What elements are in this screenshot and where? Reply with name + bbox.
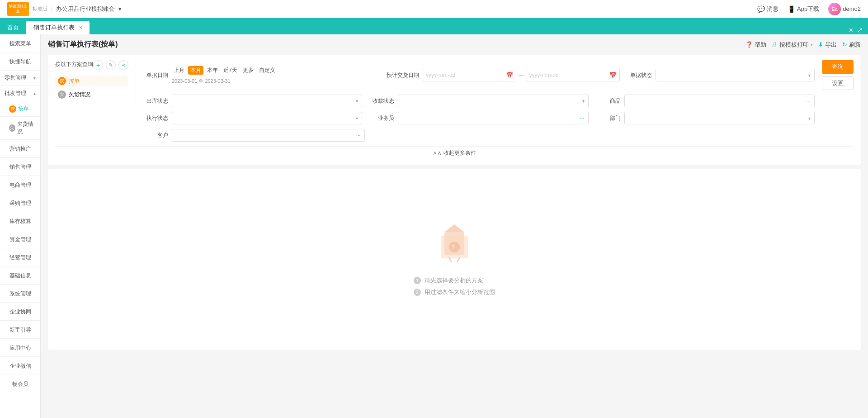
message-label: 消息 bbox=[767, 5, 778, 13]
customer-input[interactable]: ··· bbox=[172, 129, 365, 142]
date-tab-this-year[interactable]: 本年 bbox=[205, 66, 220, 75]
export-btn[interactable]: ⬇ 导出 bbox=[818, 41, 837, 49]
scheme-item-debt[interactable]: 欠 欠货情况 bbox=[55, 89, 128, 100]
scheme-debt-label: 欠货情况 bbox=[69, 91, 90, 99]
tip-num-2: 2 bbox=[414, 289, 421, 296]
salesperson-input[interactable]: ··· bbox=[398, 112, 588, 124]
message-btn[interactable]: 💬 消息 bbox=[757, 5, 778, 13]
sidebar-member-label: 畅会员 bbox=[2, 380, 38, 388]
tip-num-1: 1 bbox=[414, 277, 421, 284]
date-separator: — bbox=[518, 72, 524, 79]
sidebar-item-cooperation[interactable]: 企业协同 bbox=[0, 303, 40, 321]
payment-status-select[interactable]: ▾ bbox=[398, 95, 588, 107]
execution-status-select[interactable]: ▾ bbox=[172, 112, 362, 124]
tab-close-icon[interactable]: × bbox=[79, 24, 82, 31]
sidebar-item-member[interactable]: 畅会员 bbox=[0, 375, 40, 393]
help-icon: ❓ bbox=[745, 41, 753, 48]
app-download-btn[interactable]: 📱 App下载 bbox=[788, 5, 819, 13]
date-tab-custom[interactable]: 自定义 bbox=[257, 66, 277, 75]
sidebar-item-marketing[interactable]: 营销推广 bbox=[0, 140, 40, 158]
payment-status-label: 收款状态 bbox=[369, 97, 394, 105]
app-dropdown[interactable]: ▾ bbox=[118, 5, 122, 12]
sidebar-item-capital[interactable]: 资金管理 bbox=[0, 230, 40, 248]
page-actions: ❓ 帮助 🖨 按模板打印 ▾ ⬇ 导出 ↻ 刷新 bbox=[745, 41, 861, 49]
date-range-display: 2023-03-01 至 2023-03-31 bbox=[172, 78, 378, 85]
filter-row-3: 执行状态 ▾ 业务员 ··· bbox=[143, 112, 854, 124]
collapse-row[interactable]: ∧∧ 收起更多条件 bbox=[55, 146, 854, 160]
salesperson-field: 业务员 ··· bbox=[369, 112, 588, 124]
settings-button[interactable]: 设置 bbox=[822, 76, 854, 90]
print-btn[interactable]: 🖨 按模板打印 ▾ bbox=[772, 41, 813, 49]
scheme-edit-btn[interactable]: ✎ bbox=[106, 60, 116, 70]
empty-tips: 1 请先选择要分析的方案 2 用过滤条件来缩小分析范围 bbox=[414, 276, 495, 296]
execution-status-label: 执行状态 bbox=[143, 114, 168, 122]
calendar-start-icon: 📅 bbox=[506, 72, 513, 79]
plus-icon: + bbox=[96, 62, 100, 69]
sidebar-retail-label: 零售管理 bbox=[5, 74, 26, 82]
sidebar-item-search[interactable]: 搜索菜单 bbox=[0, 34, 40, 52]
sidebar-item-wechat[interactable]: 企业微信 bbox=[0, 357, 40, 375]
date-tab-more[interactable]: 更多 bbox=[241, 66, 255, 75]
print-dropdown-icon: ▾ bbox=[811, 42, 813, 47]
app-download-label: App下载 bbox=[797, 5, 819, 13]
refresh-btn[interactable]: ↻ 刷新 bbox=[842, 41, 861, 49]
scheme-by-order-icon: 按 bbox=[58, 77, 66, 85]
date-end-input[interactable]: yyyy-mm-dd 📅 bbox=[526, 69, 619, 81]
scheme-item-by-order[interactable]: 按 按单 bbox=[55, 76, 128, 86]
sidebar-item-guide[interactable]: 新手引导 bbox=[0, 321, 40, 339]
expected-delivery-label: 预计交货日期 bbox=[385, 71, 419, 79]
date-tab-7days[interactable]: 近7天 bbox=[222, 66, 239, 75]
sidebar-item-basic[interactable]: 基础信息 bbox=[0, 266, 40, 285]
goods-field: 商品 ··· bbox=[596, 95, 815, 107]
sidebar-item-app-center[interactable]: 应用中心 bbox=[0, 339, 40, 357]
scheme-debt-icon: 欠 bbox=[58, 90, 66, 99]
sidebar-purchase-label: 采购管理 bbox=[2, 200, 38, 207]
tab-sales-order[interactable]: 销售订单执行表 × bbox=[26, 21, 90, 34]
order-status-arrow-icon: ▾ bbox=[808, 73, 811, 78]
sidebar-item-operation[interactable]: 经营管理 bbox=[0, 248, 40, 266]
order-status-select[interactable]: ▾ bbox=[656, 69, 815, 81]
sidebar: 搜索菜单 快捷导航 零售管理 ▾ 批发管理 ▴ 按 按单 欠 欠货情况 营销推 bbox=[0, 34, 41, 418]
user-name: demo2 bbox=[843, 5, 861, 12]
query-button[interactable]: 查询 bbox=[822, 60, 854, 74]
date-field: 单据日期 上月 本月 本年 近7天 更多 自定义 bbox=[143, 66, 378, 85]
delivery-status-select[interactable]: ▾ bbox=[172, 95, 362, 107]
avatar: Ea bbox=[828, 3, 841, 15]
tab-close-window-icon[interactable]: × bbox=[849, 26, 853, 34]
tab-home[interactable]: 首页 bbox=[0, 21, 26, 34]
sidebar-wholesale-label: 批发管理 bbox=[5, 90, 26, 97]
execution-status-arrow: ▾ bbox=[356, 116, 358, 121]
date-field-label: 单据日期 bbox=[143, 71, 168, 79]
sidebar-item-ecommerce[interactable]: 电商管理 bbox=[0, 176, 40, 194]
goods-label: 商品 bbox=[596, 97, 621, 105]
date-tab-last-month[interactable]: 上月 bbox=[172, 66, 186, 75]
svg-text:?: ? bbox=[452, 244, 455, 251]
user-info[interactable]: Ea demo2 bbox=[828, 3, 861, 15]
empty-tip-2: 2 用过滤条件来缩小分析范围 bbox=[414, 288, 495, 296]
sidebar-item-retail[interactable]: 零售管理 ▾ bbox=[0, 71, 40, 86]
sidebar-item-wholesale[interactable]: 批发管理 ▴ bbox=[0, 86, 40, 101]
sidebar-item-inventory[interactable]: 库存核算 bbox=[0, 212, 40, 230]
sidebar-sub-by-order[interactable]: 按 按单 bbox=[0, 101, 40, 117]
sidebar-cooperation-label: 企业协同 bbox=[2, 308, 38, 316]
help-btn[interactable]: ❓ 帮助 bbox=[745, 41, 766, 49]
phone-icon: 📱 bbox=[788, 5, 795, 13]
department-select[interactable]: ▾ bbox=[624, 112, 815, 124]
scheme-add-btn[interactable]: + bbox=[93, 60, 103, 70]
sidebar-item-sales[interactable]: 销售管理 bbox=[0, 158, 40, 176]
order-status-label: 单据状态 bbox=[627, 71, 652, 79]
sidebar-item-system[interactable]: 系统管理 bbox=[0, 285, 40, 303]
main-layout: 搜索菜单 快捷导航 零售管理 ▾ 批发管理 ▴ 按 按单 欠 欠货情况 营销推 bbox=[0, 34, 868, 418]
date-start-input[interactable]: yyyy-mm-dd 📅 bbox=[423, 69, 516, 81]
scheme-collapse-btn[interactable]: « bbox=[118, 60, 128, 70]
delivery-status-field: 出库状态 ▾ bbox=[143, 95, 362, 107]
scheme-label: 按以下方案查询 bbox=[55, 61, 93, 68]
tab-maximize-icon[interactable]: ⤢ bbox=[857, 26, 863, 34]
sidebar-sub-debt[interactable]: 欠 欠货情况 bbox=[0, 117, 40, 140]
goods-input[interactable]: ··· bbox=[624, 95, 815, 107]
brand-logo: 畅捷通好生意 bbox=[7, 2, 29, 16]
sidebar-item-quick-nav[interactable]: 快捷导航 bbox=[0, 52, 40, 71]
sidebar-item-purchase[interactable]: 采购管理 bbox=[0, 194, 40, 212]
print-label: 按模板打印 bbox=[779, 41, 809, 49]
date-tab-this-month[interactable]: 本月 bbox=[188, 66, 203, 75]
